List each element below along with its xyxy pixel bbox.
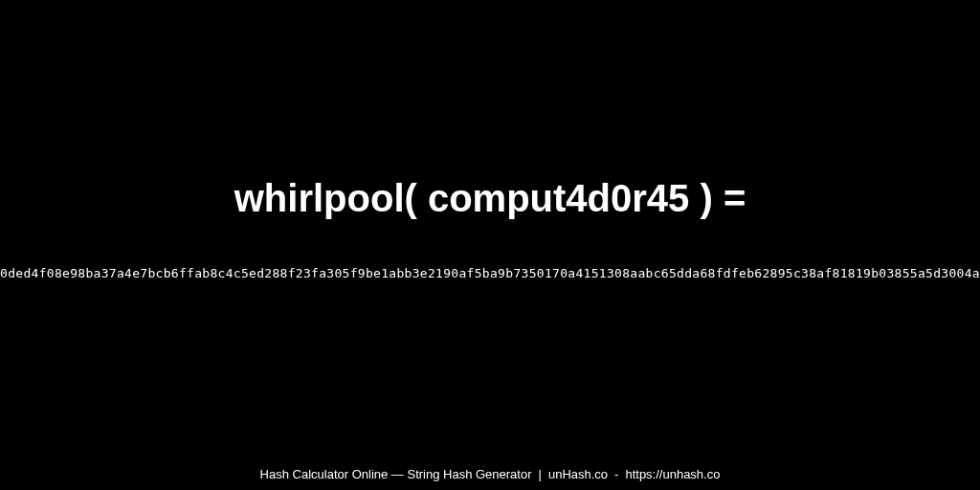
footer-separator: |	[539, 467, 542, 481]
footer-separator: -	[614, 467, 618, 481]
hash-result: 00ded4f08e98ba37a4e7bcb6ffab8c4c5ed288f2…	[0, 266, 980, 280]
footer-site-name: unHash.co	[548, 467, 608, 481]
footer-url: https://unhash.co	[625, 467, 720, 481]
footer: Hash Calculator Online — String Hash Gen…	[0, 457, 980, 490]
hash-expression: whirlpool( comput4d0r45 ) =	[234, 177, 746, 220]
footer-title: Hash Calculator Online — String Hash Gen…	[260, 467, 532, 481]
main-content: whirlpool( comput4d0r45 ) = 00ded4f08e98…	[0, 0, 980, 457]
